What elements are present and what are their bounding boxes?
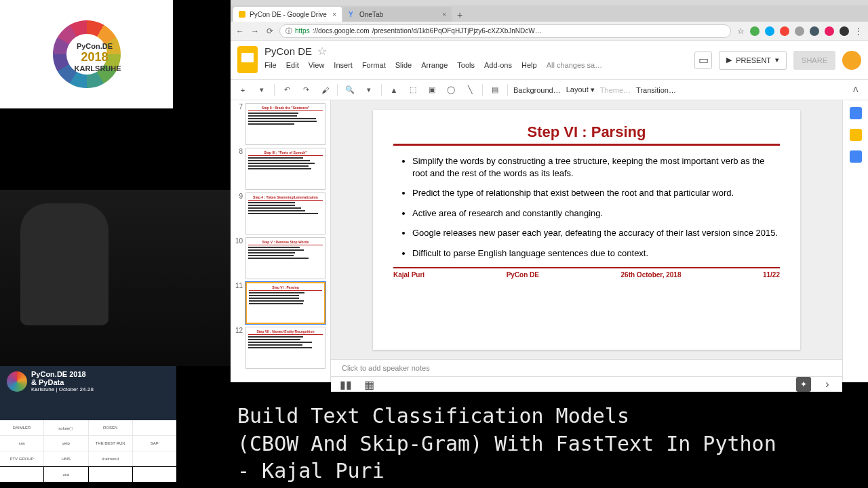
undo-button[interactable]: ↶ <box>280 83 294 97</box>
thumb-number: 11 <box>233 282 243 289</box>
chrome-menu-button[interactable]: ⋮ <box>853 26 864 37</box>
window-titlebar <box>231 0 868 5</box>
extension-icon[interactable] <box>750 26 760 36</box>
docs-workspace: 7Step II : Break the "Sentence"8Step III… <box>231 100 868 382</box>
zoom-button[interactable]: 🔍 <box>343 83 357 97</box>
sponsor-logo: DAIMLER <box>0 420 43 435</box>
back-button[interactable]: ← <box>235 26 245 37</box>
menu-item[interactable]: Insert <box>334 61 353 69</box>
tab-title: PyCon DE - Google Drive <box>250 11 327 18</box>
textbox-button[interactable]: ⬚ <box>406 83 420 97</box>
grid-view-icon[interactable]: ▦ <box>362 378 376 391</box>
title-underline <box>393 144 780 146</box>
url-scheme: https <box>295 27 310 35</box>
extension-icon[interactable] <box>810 26 819 36</box>
redo-button[interactable]: ↷ <box>299 83 313 97</box>
menu-item[interactable]: Format <box>362 61 386 69</box>
menu-item[interactable]: Tools <box>457 61 475 69</box>
sponsor-logo: d:almond <box>89 451 132 466</box>
comment-icon: ▭ <box>698 54 709 66</box>
tasks-icon[interactable] <box>850 150 862 163</box>
new-slide-button[interactable]: + <box>236 83 250 97</box>
chevron-down-icon[interactable]: ▾ <box>255 83 269 97</box>
browser-tab[interactable]: Y OneTab × <box>343 7 452 22</box>
slide-filmstrip[interactable]: 7Step II : Break the "Sentence"8Step III… <box>231 100 331 382</box>
extension-icon[interactable] <box>795 26 804 36</box>
comments-button[interactable]: ▭ <box>694 52 712 69</box>
speaker-silhouette <box>0 190 231 366</box>
event-logo: PyCon.DE 2018 KARLSRUHE <box>0 0 173 108</box>
menu-item[interactable]: Arrange <box>421 61 448 69</box>
new-tab-button[interactable]: + <box>453 8 467 22</box>
transition-button[interactable]: Transition… <box>636 86 676 94</box>
extension-icon[interactable] <box>765 26 774 36</box>
speaker-notes-input[interactable]: Click to add speaker notes <box>331 359 842 376</box>
menu-item[interactable]: File <box>264 61 277 69</box>
explore-button[interactable]: ✦ <box>796 377 811 392</box>
footer-date: 26th October, 2018 <box>621 271 682 279</box>
image-button[interactable]: ▣ <box>425 83 439 97</box>
collapse-toolbar-button[interactable]: ᐱ <box>849 83 863 97</box>
comment-insert-button[interactable]: ▤ <box>488 83 502 97</box>
theme-button[interactable]: Theme… <box>600 86 631 94</box>
close-tab-icon[interactable]: × <box>442 11 446 18</box>
reload-button[interactable]: ⟳ <box>264 26 275 37</box>
filmstrip-view-icon[interactable]: ▮▮ <box>339 378 353 391</box>
talk-title-overlay: Build Text Classification Models (CBOW A… <box>231 399 868 488</box>
slide-thumbnail[interactable]: Step VII : Named Entity Recognition <box>245 327 326 369</box>
extension-icon[interactable] <box>780 26 789 36</box>
browser-tab-active[interactable]: PyCon DE - Google Drive × <box>233 7 342 22</box>
slide-bullet: Simplify the words by constructing a tre… <box>412 155 780 179</box>
share-button[interactable]: SHARE <box>793 51 835 70</box>
slide-thumbnail[interactable]: Step VI : Parsing <box>245 282 326 324</box>
shape-button[interactable]: ◯ <box>444 83 458 97</box>
logo-city: KARLSRUHE <box>75 64 121 73</box>
user-avatar[interactable] <box>842 51 861 70</box>
select-tool-button[interactable]: ▲ <box>387 83 401 97</box>
document-title[interactable]: PyCon DE <box>264 45 312 57</box>
slides-logo-icon[interactable] <box>237 46 258 73</box>
menu-item[interactable]: Help <box>521 61 537 69</box>
browser-window: PyCon DE - Google Drive × Y OneTab × + ←… <box>231 0 868 382</box>
slide-thumbnail-row[interactable]: 7Step II : Break the "Sentence" <box>233 103 328 145</box>
star-document-icon[interactable]: ☆ <box>317 45 327 58</box>
menu-item[interactable]: Add-ons <box>484 61 512 69</box>
canvas-area: Step VI : Parsing Simplify the words by … <box>331 100 842 382</box>
menu-item[interactable]: Slide <box>395 61 412 69</box>
extension-icon[interactable] <box>840 26 849 36</box>
chevron-down-icon[interactable]: ▾ <box>362 83 376 97</box>
slide-thumbnail[interactable]: Step V : Remove Stop Words <box>245 237 326 279</box>
extension-icon[interactable] <box>825 26 834 36</box>
present-button[interactable]: ▶ PRESENT ▾ <box>719 51 787 70</box>
slide-thumbnail-row[interactable]: 9Step 4 : Token Stemming/Lemmatization <box>233 192 328 235</box>
url-input[interactable]: ⓘ https://docs.google.com/presentation/d… <box>279 24 731 38</box>
save-status: All changes sa… <box>547 61 603 69</box>
next-slide-icon[interactable]: › <box>821 378 834 391</box>
bookmark-star-icon[interactable]: ☆ <box>735 26 746 37</box>
calendar-icon[interactable] <box>850 107 862 119</box>
slide-thumbnail-row[interactable]: 8Step III : "Parts of Speech" <box>233 148 328 190</box>
slide-thumbnail[interactable]: Step III : "Parts of Speech" <box>245 148 326 190</box>
layout-button[interactable]: Layout ▾ <box>566 85 595 94</box>
close-tab-icon[interactable]: × <box>332 11 336 18</box>
menu-item[interactable]: Edit <box>286 61 299 69</box>
slide-thumbnail-row[interactable]: 12Step VII : Named Entity Recognition <box>233 327 328 369</box>
sponsor-grid: DAIMLERsolute▢ROSENsasyelpTHE BEST RUNSA… <box>0 420 176 466</box>
slide-thumbnail-row[interactable]: 10Step V : Remove Stop Words <box>233 237 328 279</box>
docs-header: PyCon DE ☆ FileEditViewInsertFormatSlide… <box>231 41 868 80</box>
slide-bullet: Active area of research and constantly c… <box>412 207 780 220</box>
sponsor-logo <box>0 467 43 482</box>
forward-button[interactable]: → <box>250 26 260 37</box>
menu-item[interactable]: View <box>309 61 325 69</box>
paint-format-button[interactable]: 🖌 <box>318 83 332 97</box>
extension-icons <box>750 26 849 36</box>
sponsor-logo: yelp <box>44 436 87 451</box>
sponsor-logo: THE BEST RUN <box>89 436 132 451</box>
slide-canvas[interactable]: Step VI : Parsing Simplify the words by … <box>373 110 800 350</box>
slide-thumbnail[interactable]: Step 4 : Token Stemming/Lemmatization <box>245 192 326 235</box>
slide-thumbnail[interactable]: Step II : Break the "Sentence" <box>245 103 326 145</box>
line-button[interactable]: ╲ <box>463 83 477 97</box>
keep-icon[interactable] <box>850 129 862 141</box>
background-button[interactable]: Background… <box>513 86 561 94</box>
slide-thumbnail-row[interactable]: 11Step VI : Parsing <box>233 282 328 324</box>
